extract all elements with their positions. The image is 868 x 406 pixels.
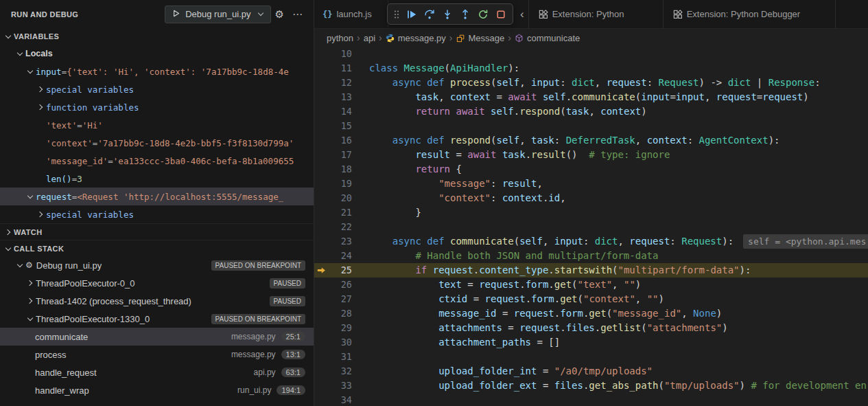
code-token: "tmp/uploads" xyxy=(664,379,740,393)
start-debug-icon[interactable] xyxy=(172,9,180,20)
line-number[interactable]: 16 xyxy=(329,133,352,148)
tab-launch-json[interactable]: {} launch.js xyxy=(314,0,388,28)
callstack-row[interactable]: ThreadPoolExecutor-1330_0PAUSED ON BREAK… xyxy=(0,310,314,328)
line-number[interactable]: 18 xyxy=(329,162,352,177)
chevron-right-icon[interactable] xyxy=(35,209,46,220)
callstack-row[interactable]: ThreadPoolExecutor-0_0PAUSED xyxy=(0,274,314,292)
code-token: , xyxy=(543,234,554,249)
line-number[interactable]: 27 xyxy=(329,292,352,306)
breadcrumb-item-message-py[interactable]: message.py xyxy=(386,33,446,43)
toolbar-drag-handle[interactable] xyxy=(391,9,402,20)
code-token: : xyxy=(688,133,699,148)
variable-row[interactable]: function variables xyxy=(0,98,314,116)
variable-row[interactable]: request = <Request 'http://localhost:555… xyxy=(0,188,314,205)
line-number[interactable]: 21 xyxy=(329,205,352,220)
code-line: 34 xyxy=(314,393,868,406)
line-number[interactable]: 31 xyxy=(329,350,352,364)
chevron-right-icon[interactable] xyxy=(25,278,36,289)
debug-toolbar xyxy=(387,3,513,25)
chevron-down-icon[interactable] xyxy=(25,191,36,202)
line-number[interactable]: 19 xyxy=(329,177,352,191)
code-token: Message xyxy=(404,61,445,76)
line-number[interactable]: 22 xyxy=(329,220,352,234)
breadcrumb-item-communicate[interactable]: communicate xyxy=(515,33,580,43)
variable-row[interactable]: len() = 3 xyxy=(0,170,314,188)
code-token: process xyxy=(450,76,491,90)
variable-row[interactable]: special variables xyxy=(0,205,314,223)
step-over-button[interactable] xyxy=(421,5,438,23)
variable-row[interactable]: Locals xyxy=(0,45,314,63)
chevron-down-icon[interactable] xyxy=(14,260,25,271)
variable-token: special variables xyxy=(46,210,134,220)
continue-button[interactable] xyxy=(403,5,420,23)
chevron-right-icon[interactable] xyxy=(35,84,46,95)
restart-button[interactable] xyxy=(474,5,491,23)
chevron-left-icon[interactable]: ‹ xyxy=(516,8,528,21)
callstack-section-header[interactable]: CALL STACK xyxy=(0,240,314,256)
variable-text: special variables xyxy=(46,84,134,95)
tab-extension-python-debugger[interactable]: Extension: Python Debugger xyxy=(663,0,836,28)
line-number[interactable]: 10 xyxy=(329,47,352,61)
breadcrumb-item-message[interactable]: Message xyxy=(456,33,505,43)
launch-config-dropdown[interactable]: Debug run_ui.py xyxy=(165,5,270,23)
chevron-down-icon[interactable] xyxy=(25,313,36,324)
code-token: ( xyxy=(572,278,577,292)
frame-file: api.py xyxy=(254,368,276,377)
variables-section-header[interactable]: VARIABLES xyxy=(0,28,314,45)
variable-row[interactable]: special variables xyxy=(0,80,314,98)
code-token xyxy=(369,292,438,306)
line-number[interactable]: 14 xyxy=(329,104,352,119)
callstack-row[interactable]: Thread-1402 (process_request_thread)PAUS… xyxy=(0,292,314,310)
variable-row[interactable]: 'context' = '7a17bb9c-18d8-4e2b-bbf5-f3f… xyxy=(0,134,314,152)
code-token: : xyxy=(491,177,502,191)
code-line: 29 attachments = request.files.getlist("… xyxy=(314,321,868,335)
line-number[interactable]: 24 xyxy=(329,249,352,263)
frame-name: communicate xyxy=(35,332,88,342)
line-number[interactable]: 13 xyxy=(329,90,352,104)
line-number[interactable]: 15 xyxy=(329,119,352,133)
chevron-right-icon[interactable] xyxy=(35,102,46,113)
callstack-row[interactable]: ⚙Debug run_ui.pyPAUSED ON BREAKPOINT xyxy=(0,256,314,274)
stop-button[interactable] xyxy=(492,5,509,23)
line-number[interactable]: 30 xyxy=(329,335,352,350)
line-number[interactable]: 26 xyxy=(329,278,352,292)
line-number[interactable]: 20 xyxy=(329,191,352,205)
stack-frame-row[interactable]: communicatemessage.py25:1 xyxy=(0,328,314,346)
line-number[interactable]: 28 xyxy=(329,306,352,321)
frame-file: message.py xyxy=(231,350,276,359)
line-number[interactable]: 11 xyxy=(329,61,352,76)
stack-frame-row[interactable]: handler_wraprun_ui.py194:1 xyxy=(0,381,314,399)
more-actions-icon[interactable]: ⋯ xyxy=(288,8,307,21)
code-editor[interactable]: 1011class Message(ApiHandler):12 async d… xyxy=(314,47,868,406)
code-token xyxy=(450,104,456,119)
tab-extension-python[interactable]: Extension: Python xyxy=(528,0,663,28)
line-number[interactable]: 17 xyxy=(329,148,352,162)
chevron-right-icon[interactable] xyxy=(25,295,36,306)
variable-row[interactable]: 'message_id' = 'ea133ccc-3ba0-406c-befa-… xyxy=(0,152,314,170)
code-token xyxy=(369,278,438,292)
line-number[interactable]: 34 xyxy=(329,393,352,406)
code-token xyxy=(369,234,392,249)
chevron-down-icon[interactable] xyxy=(14,48,25,59)
stack-frame-row[interactable]: processmessage.py13:1 xyxy=(0,346,314,363)
line-number[interactable]: 25 xyxy=(329,263,352,278)
breadcrumb-item-api[interactable]: api xyxy=(364,33,375,43)
step-out-button[interactable] xyxy=(456,5,473,23)
gear-icon[interactable]: ⚙ xyxy=(271,8,288,21)
code-token: , xyxy=(681,306,693,321)
breadcrumb-item-python[interactable]: python xyxy=(327,33,353,43)
watch-section-header[interactable]: WATCH xyxy=(0,223,314,240)
line-number[interactable]: 29 xyxy=(329,321,352,335)
chevron-down-icon[interactable] xyxy=(25,66,36,77)
line-number[interactable]: 23 xyxy=(329,234,352,249)
code-token: "multipart/form-data" xyxy=(618,263,740,278)
variable-row[interactable]: 'text' = 'Hi' xyxy=(0,116,314,134)
line-number[interactable]: 32 xyxy=(329,364,352,379)
stack-frame-row[interactable]: handle_requestapi.py63:1 xyxy=(0,363,314,381)
line-number[interactable]: 33 xyxy=(329,379,352,393)
code-token: = xyxy=(757,90,762,104)
debug-current-line-arrow-icon[interactable] xyxy=(314,265,329,275)
variable-row[interactable]: input = {'text': 'Hi', 'context': '7a17b… xyxy=(0,63,314,80)
step-into-button[interactable] xyxy=(438,5,456,23)
line-number[interactable]: 12 xyxy=(329,76,352,90)
